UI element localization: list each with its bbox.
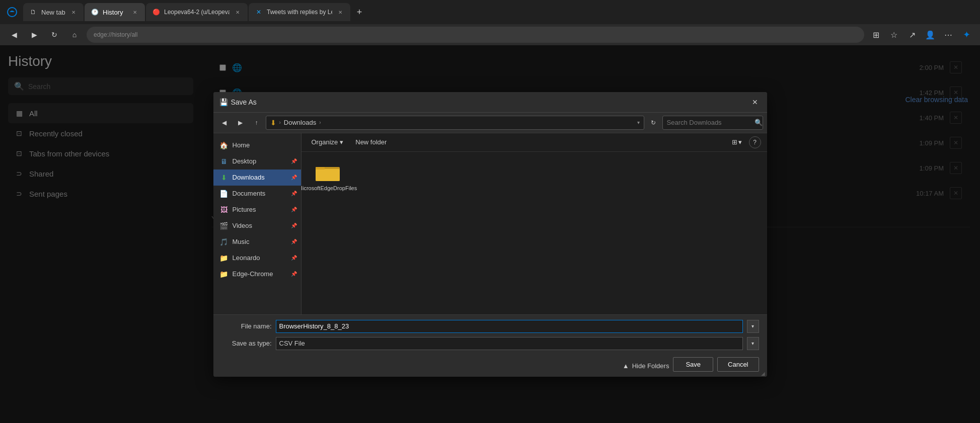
downloads-icon: ⬇ [219,173,229,182]
browser-chrome: 🗋 New tab ✕ 🕐 History ✕ 🔴 Leopeva64-2 (u… [0,0,980,45]
sidebar-desktop-label: Desktop [233,157,257,165]
back-button[interactable]: ◀ [6,27,22,43]
sidebar-documents[interactable]: 📄 Documents 📌 [213,186,301,202]
refresh-button[interactable]: ↻ [46,27,62,43]
dialog-button-row: ▲ Hide Folders Save Cancel [221,354,759,372]
tab-new-tab-close[interactable]: ✕ [69,8,78,16]
hide-folders-toggle[interactable]: ▲ Hide Folders [623,357,669,372]
dialog-search-icon: 🔍 [755,119,763,126]
new-tab-button[interactable]: + [351,4,367,20]
dialog-nav: ◀ ▶ ↑ ⬇ › Downloads › ▾ ↻ 🔍 [213,113,767,133]
sidebar-leonardo[interactable]: 📁 Leonardo 📌 [213,250,301,266]
tab-new-tab-label: New tab [41,9,65,16]
edge-chrome-folder-icon: 📁 [219,270,229,279]
forward-button[interactable]: ▶ [26,27,42,43]
sidebar-music[interactable]: 🎵 Music 📌 [213,234,301,250]
file-item-microsoftedgedropfiles[interactable]: MicrosoftEdgeDropFiles [308,158,348,195]
address-bar[interactable]: edge://history/all [87,27,864,43]
save-button[interactable]: Save [673,357,713,372]
filename-input[interactable] [276,320,743,333]
tab-history-label: History [103,9,123,16]
dialog-title: Save As [231,98,749,106]
tab-tweets-label: Tweets with replies by Leopeva6... [267,9,332,16]
collections-icon[interactable]: ⊞ [868,27,883,42]
browser-logo-icon [4,4,20,20]
pin-icon: 📌 [291,223,297,228]
tab-history-close[interactable]: ✕ [131,8,139,16]
sidebar-downloads[interactable]: ⬇ Downloads 📌 [213,170,301,186]
pin-icon: 📌 [291,175,297,180]
tab-leopeva-close[interactable]: ✕ [234,8,242,16]
dialog-path-bar[interactable]: ⬇ › Downloads › ▾ [266,116,644,130]
organize-arrow-icon: ▾ [340,138,343,146]
tab-new-tab[interactable]: 🗋 New tab ✕ [23,3,84,21]
share-icon[interactable]: ↗ [904,27,920,42]
filename-dropdown-button[interactable]: ▾ [747,320,759,333]
tab-tweets[interactable]: ✕ Tweets with replies by Leopeva6... ✕ [249,3,350,21]
home-icon: 🏠 [219,141,229,150]
pin-icon: 📌 [291,191,297,196]
view-icon: ⊞ [732,138,737,146]
leonardo-folder-icon: 📁 [219,253,229,263]
tab-leopeva[interactable]: 🔴 Leopeva64-2 (u/Leopeva64-2) - ✕ [146,3,248,21]
resize-handle[interactable]: ◢ [761,371,767,377]
organize-label: Organize [312,138,338,146]
sidebar-pictures-label: Pictures [233,206,256,213]
pin-icon: 📌 [291,158,297,164]
cancel-button[interactable]: Cancel [717,357,759,372]
file-name: MicrosoftEdgeDropFiles [301,185,357,191]
favorites-icon[interactable]: ☆ [886,27,901,42]
organize-button[interactable]: Organize ▾ [308,136,348,148]
tab-tweets-close[interactable]: ✕ [336,8,344,16]
dialog-refresh-button[interactable]: ↻ [646,116,660,130]
dialog-toolbar-row: Organize ▾ New folder ⊞ ▾ ? [301,133,767,152]
help-button[interactable]: ? [749,136,761,148]
path-separator: › [279,120,281,125]
dialog-up-button[interactable]: ↑ [250,116,264,130]
path-dropdown-icon[interactable]: ▾ [637,120,640,125]
dialog-close-button[interactable]: ✕ [749,96,761,108]
hide-folders-label: Hide Folders [632,362,669,370]
toolbar-right: ⊞ ☆ ↗ 👤 ⋯ ✦ [868,27,974,42]
tab-history[interactable]: 🕐 History ✕ [85,3,145,21]
new-folder-button[interactable]: New folder [351,136,391,148]
sidebar-documents-label: Documents [233,190,266,197]
pin-icon: 📌 [291,239,297,244]
savetype-label: Save as type: [221,340,272,347]
pin-icon: 📌 [291,271,297,277]
pin-icon: 📌 [291,207,297,212]
dialog-back-button[interactable]: ◀ [217,116,232,130]
tweets-tab-icon: ✕ [255,8,263,16]
sidebar-home-label: Home [233,141,250,149]
savetype-select[interactable]: CSV File [276,337,743,350]
filename-label: File name: [221,322,272,330]
sidebar-leonardo-label: Leonardo [233,254,260,262]
save-as-dialog: 💾 Save As ✕ ◀ ▶ ↑ ⬇ › Downloads › ▾ ↻ 🔍 [213,92,767,377]
dialog-search-input[interactable] [667,119,751,126]
view-button[interactable]: ⊞ ▾ [729,136,745,148]
dialog-titlebar: 💾 Save As ✕ [213,92,767,113]
filename-row: File name: ▾ [221,320,759,333]
home-button[interactable]: ⌂ [66,27,83,43]
dialog-forward-button[interactable]: ▶ [234,116,248,130]
folder-icon-large [316,162,340,182]
sidebar-home[interactable]: 🏠 Home [213,137,301,153]
sidebar-videos[interactable]: 🎬 Videos 📌 [213,218,301,234]
sidebar-music-label: Music [233,238,250,245]
dialog-sidebar: 🏠 Home 🖥 Desktop 📌 ⬇ Downloads 📌 📄 Docum… [213,133,301,314]
more-icon[interactable]: ⋯ [941,27,956,42]
sidebar-desktop[interactable]: 🖥 Desktop 📌 [213,153,301,170]
profile-icon[interactable]: 👤 [923,27,938,42]
tab-bar: 🗋 New tab ✕ 🕐 History ✕ 🔴 Leopeva64-2 (u… [0,0,980,24]
sidebar-edge-chrome-label: Edge-Chrome [233,270,273,278]
svg-rect-2 [316,169,340,181]
dialog-bottom: File name: ▾ Save as type: CSV File ▾ ▲ … [213,314,767,377]
pin-icon: 📌 [291,255,297,261]
dialog-overlay: 💾 Save As ✕ ◀ ▶ ↑ ⬇ › Downloads › ▾ ↻ 🔍 [0,45,980,423]
sidebar-pictures[interactable]: 🖼 Pictures 📌 [213,202,301,218]
savetype-dropdown-button[interactable]: ▾ [747,337,759,350]
dialog-main: Organize ▾ New folder ⊞ ▾ ? [301,133,767,314]
dialog-search-box[interactable]: 🔍 [662,116,763,130]
bing-icon[interactable]: ✦ [959,27,974,42]
sidebar-edge-chrome[interactable]: 📁 Edge-Chrome 📌 [213,266,301,282]
